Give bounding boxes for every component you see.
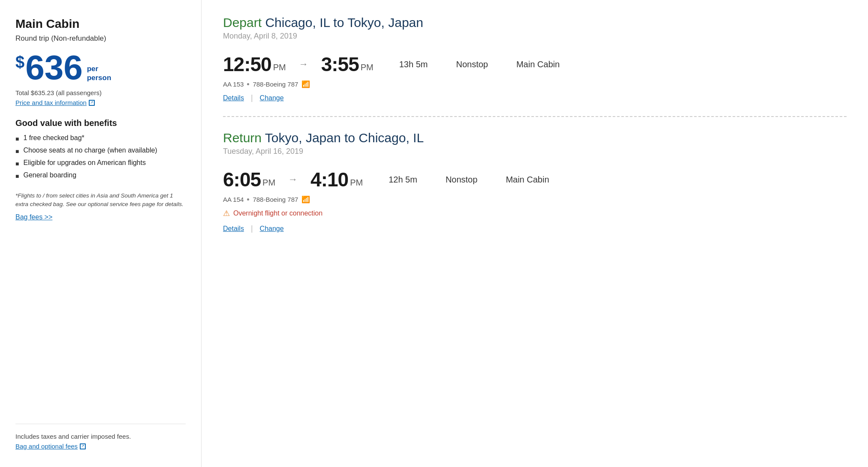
benefit-item-3: ■ Eligible for upgrades on American flig… [15, 159, 186, 167]
return-duration: 12h 5m [389, 175, 417, 185]
bullet-icon-1: ■ [15, 135, 19, 142]
bag-optional-link[interactable]: Bag and optional fees [15, 443, 186, 450]
footnote: *Flights to / from select cities in Asia… [15, 192, 186, 209]
return-info-row: AA 154 788-Boeing 787 📶 [223, 195, 847, 204]
return-date: Tuesday, April 16, 2019 [223, 147, 847, 156]
outbound-depart-ampm: PM [273, 63, 286, 72]
wifi-icon-return: 📶 [301, 195, 310, 204]
outbound-flight-number: AA 153 [223, 81, 244, 88]
outbound-actions: Details | Change [223, 93, 847, 102]
outbound-times-row: 12:50 PM → 3:55 PM 13h 5m Nonstop Main C… [223, 53, 847, 76]
action-sep-return: | [251, 224, 253, 233]
outbound-header: Depart Chicago, IL to Tokyo, Japan [223, 15, 847, 30]
price-total: Total $635.23 (all passengers) [15, 89, 186, 96]
return-word: Return [223, 131, 262, 145]
arrow-icon-outbound: → [299, 59, 308, 70]
outbound-arrive-time: 3:55 [321, 53, 359, 76]
bullet-icon-4: ■ [15, 173, 19, 180]
return-nonstop: Nonstop [446, 175, 478, 185]
external-link-icon [89, 100, 95, 106]
dot-icon-outbound [247, 83, 249, 85]
outbound-duration: 13h 5m [399, 60, 428, 69]
price-per-person: perperson [87, 65, 112, 82]
benefit-item-1: ■ 1 free checked bag* [15, 134, 186, 142]
return-flight-number: AA 154 [223, 196, 244, 203]
bottom-section: Includes taxes and carrier imposed fees.… [15, 424, 186, 450]
outbound-cabin: Main Cabin [516, 60, 560, 69]
outbound-change-link[interactable]: Change [260, 94, 284, 102]
return-times-row: 6:05 PM → 4:10 PM 12h 5m Nonstop Main Ca… [223, 168, 847, 191]
action-sep-outbound: | [251, 93, 253, 102]
depart-word: Depart [223, 15, 262, 30]
return-aircraft: 788-Boeing 787 [253, 196, 298, 203]
benefit-item-4: ■ General boarding [15, 171, 186, 180]
outbound-aircraft: 788-Boeing 787 [253, 81, 298, 88]
trip-type: Round trip (Non-refundable) [15, 34, 186, 43]
bag-fees-link[interactable]: Bag fees >> [15, 213, 186, 221]
bullet-icon-3: ■ [15, 160, 19, 167]
benefit-item-2: ■ Choose seats at no charge (when availa… [15, 147, 186, 155]
return-depart-time: 6:05 [223, 168, 261, 191]
arrow-icon-return: → [288, 174, 298, 185]
outbound-date: Monday, April 8, 2019 [223, 32, 847, 41]
outbound-arrive-ampm: PM [361, 63, 374, 72]
includes-text: Includes taxes and carrier imposed fees. [15, 433, 186, 440]
return-details-link[interactable]: Details [223, 225, 244, 233]
benefits-title: Good value with benefits [15, 118, 186, 128]
return-meta-row: 12h 5m Nonstop Main Cabin [389, 175, 549, 185]
return-header: Return Tokyo, Japan to Chicago, IL [223, 131, 847, 145]
outbound-meta-row: 13h 5m Nonstop Main Cabin [399, 60, 560, 69]
wifi-icon-outbound: 📶 [301, 80, 310, 88]
dot-icon-return [247, 198, 249, 201]
return-arrive-time: 4:10 [310, 168, 348, 191]
return-change-link[interactable]: Change [260, 225, 284, 233]
outbound-route: Chicago, IL to Tokyo, Japan [265, 15, 423, 30]
return-cabin: Main Cabin [506, 175, 549, 185]
external-link-icon-2 [80, 443, 86, 449]
price-row: $ 636 perperson [15, 51, 186, 85]
overnight-warning: ⚠ Overnight flight or connection [223, 209, 847, 218]
price-amount: 636 [25, 51, 82, 85]
right-panel: Depart Chicago, IL to Tokyo, Japan Monda… [202, 0, 868, 467]
outbound-nonstop: Nonstop [456, 60, 488, 69]
bullet-icon-2: ■ [15, 148, 19, 155]
cabin-title: Main Cabin [15, 17, 186, 31]
flight-divider [223, 116, 847, 117]
warning-triangle-icon: ⚠ [223, 209, 230, 218]
outbound-depart-time: 12:50 [223, 53, 271, 76]
return-actions: Details | Change [223, 224, 847, 233]
outbound-details-link[interactable]: Details [223, 94, 244, 102]
return-depart-ampm: PM [262, 178, 275, 188]
return-route: Tokyo, Japan to Chicago, IL [265, 131, 424, 145]
price-tax-link[interactable]: Price and tax information [15, 99, 186, 106]
outbound-info-row: AA 153 788-Boeing 787 📶 [223, 80, 847, 88]
overnight-warning-text: Overnight flight or connection [233, 210, 322, 217]
return-arrive-ampm: PM [350, 178, 363, 188]
left-panel: Main Cabin Round trip (Non-refundable) $… [0, 0, 202, 467]
outbound-flight-section: Depart Chicago, IL to Tokyo, Japan Monda… [223, 15, 847, 102]
price-dollar-sign: $ [15, 54, 24, 70]
return-flight-section: Return Tokyo, Japan to Chicago, IL Tuesd… [223, 131, 847, 233]
